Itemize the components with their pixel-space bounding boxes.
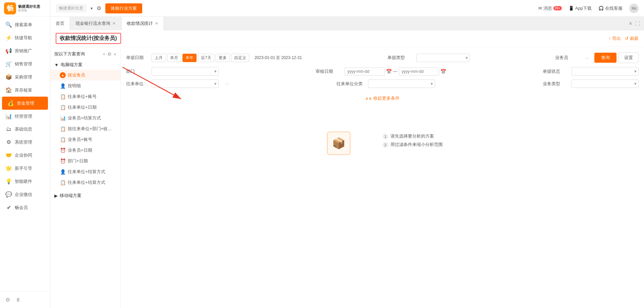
message-badge: 99+ [553, 6, 562, 10]
app-download-button[interactable]: 📱 App下载 [569, 5, 592, 11]
tree-item-salesperson-account[interactable]: 📋 业务员+账号 [50, 134, 120, 145]
tree-item-counterpart-settle2[interactable]: 📋 往来单位+结算方式 [50, 177, 120, 188]
search-button[interactable]: 查询 [594, 53, 616, 63]
phone-icon: 📱 [569, 6, 574, 11]
topbar-gear-icon[interactable]: ⚙ [97, 5, 101, 11]
finance-icon: 💰 [7, 100, 14, 106]
panel-settings-icon[interactable]: ⚙ [107, 51, 112, 57]
sidebar-item-guide[interactable]: 🌟 新手引导 [0, 162, 50, 175]
sidebar-item-wechat[interactable]: 💬 企业微信 [0, 188, 50, 201]
date-btn-this-month[interactable]: 本月 [167, 54, 181, 62]
date-btn-custom[interactable]: 自定义 [231, 54, 249, 62]
export-icon: ↑ [609, 36, 611, 41]
counterpart-select-wrap [152, 80, 219, 88]
tree-item-counterpart-date[interactable]: 📋 往来单位+日期 [50, 102, 120, 113]
tree-item-counterpart-dept[interactable]: 📋 按往来单位+部门+收... [50, 123, 120, 134]
topbar: 畅捷通好生意 ▾ ⚙ 体验行业方案 ✉ 消息 99+ 📱 App下载 🎧 在线客… [50, 0, 644, 17]
biz-type-select[interactable] [572, 80, 639, 88]
bottom-collapse-icon[interactable]: ⏸ [15, 297, 21, 303]
salesperson-dots: ··· [585, 55, 589, 60]
counterpart-dots: ··· [225, 81, 229, 86]
mobile-section-header[interactable]: ▶ 移动端方案 [50, 191, 120, 201]
tree-item-dept-date[interactable]: ⏰ 部门+日期 [50, 156, 120, 166]
sidebar-item-finance[interactable]: 💰 资金管理 [2, 97, 48, 110]
bottom-settings-icon[interactable]: ⚙ [5, 297, 10, 303]
review-date-start[interactable] [344, 67, 385, 75]
message-icon: ✉ [538, 6, 542, 11]
date-btn-more[interactable]: 更多 [216, 54, 230, 62]
online-service-button[interactable]: 🎧 在线客服 [598, 5, 623, 11]
filter-row-3: 往来单位 ··· 往来单位分类 业务类型 [126, 80, 639, 88]
sidebar-item-operation[interactable]: 📊 经营管理 [0, 110, 50, 123]
page-header-actions: ↑ 导出 ↺ 刷新 [609, 36, 639, 42]
person-icon: 👤 [60, 83, 66, 89]
date-btn-last-month[interactable]: 上月 [152, 54, 166, 62]
topbar-dropdown-icon[interactable]: ▾ [91, 6, 93, 11]
message-button[interactable]: ✉ 消息 99+ [538, 5, 562, 11]
date-btn-this-year[interactable]: 本年 [182, 54, 197, 62]
tab-bank-flow[interactable]: 现金银行流水查询 ✕ [70, 17, 121, 30]
sidebar-item-hardware[interactable]: 💡 智能硬件 [0, 175, 50, 188]
refresh-button[interactable]: ↺ 刷新 [625, 36, 639, 42]
sidebar-item-enterprise[interactable]: 🤝 企业协同 [0, 149, 50, 162]
clock-icon-2: ⏰ [60, 158, 66, 164]
tab-home[interactable]: 首页 [50, 17, 70, 30]
date-btn-last-7days[interactable]: 近7天 [198, 54, 214, 62]
collapse-bar[interactable]: ∧∧ 收起更多条件 [126, 92, 639, 105]
sidebar-item-search[interactable]: 🔍 搜索菜单 [0, 18, 50, 31]
tab-bar-right: ✕ ⛶ [629, 21, 644, 26]
doc-status-select[interactable] [572, 67, 639, 75]
sidebar-item-purchase[interactable]: 📦 采购管理 [0, 70, 50, 84]
sidebar-item-quick-nav[interactable]: ⚡ 快捷导航 [0, 31, 50, 44]
counterpart-category-select[interactable] [368, 80, 435, 88]
marketing-icon: 📢 [5, 48, 12, 54]
review-date-end[interactable] [399, 67, 439, 75]
sidebar-item-marketing[interactable]: 📢 营销推广 [0, 44, 50, 57]
doc-icon-3: 📋 [60, 126, 66, 132]
sidebar-item-system[interactable]: ⚙ 系统管理 [0, 136, 50, 149]
empty-illustration: 📦 [322, 125, 362, 158]
panel-add-icon[interactable]: + [103, 51, 105, 57]
dept-select[interactable] [152, 67, 219, 75]
sidebar-item-sales[interactable]: 🛒 销售管理 [0, 57, 50, 70]
trial-button[interactable]: 体验行业方案 [105, 3, 142, 13]
tab-bank-flow-close[interactable]: ✕ [112, 21, 116, 26]
tree-item-salesperson-settle[interactable]: 📊 业务员+结算方式 [50, 113, 120, 123]
basic-icon: 🗂 [5, 126, 12, 132]
tab-close-all-icon[interactable]: ✕ [629, 21, 633, 26]
tree-item-by-salesperson[interactable]: ● 按业务员 [50, 70, 120, 81]
sidebar-item-member[interactable]: ✔ 畅会员 [0, 201, 50, 214]
empty-state: 📦 1 请先选择要分析的方案 2 用过滤条件来缩小分析范围 [126, 105, 639, 178]
tree-item-counterpart-settle1[interactable]: 👤 往来单位+结算方式 [50, 166, 120, 177]
review-date-inputs: 📅 — 📅 [344, 67, 446, 75]
date-buttons: 上月 本月 本年 近7天 更多 自定义 [152, 54, 249, 62]
tab-collection-stat-close[interactable]: ✕ [155, 21, 158, 26]
desktop-section-header[interactable]: ▼ 电脑端方案 [50, 60, 120, 70]
tab-collection-stat[interactable]: 收款情况统计 ✕ [121, 17, 164, 30]
salesperson-label: 业务员 [555, 55, 579, 61]
tree-item-salesperson-date[interactable]: ⏰ 业务员+日期 [50, 145, 120, 156]
logo-area: 畅 畅捷通好生意 标准版 [0, 0, 50, 17]
chart-icon: 📊 [60, 115, 66, 121]
doc-type-select[interactable] [416, 54, 470, 62]
doc-icon-2: 📋 [60, 105, 66, 110]
tree-item-by-detail[interactable]: 👤 按明细 [50, 81, 120, 91]
quick-nav-icon: ⚡ [5, 35, 12, 41]
sidebar-item-basic[interactable]: 🗂 基础信息 [0, 123, 50, 136]
filter-row-2: 部门 审核日期 📅 — 📅 单据状态 [126, 67, 639, 75]
sidebar-item-inventory[interactable]: 🏠 库存核算 [0, 84, 50, 97]
doc-icon-1: 📋 [60, 94, 66, 99]
panel-collapse-icon[interactable]: « [114, 51, 116, 57]
system-icon: ⚙ [5, 139, 12, 145]
counterpart-select[interactable] [152, 80, 219, 88]
biz-type-label: 业务类型 [543, 81, 566, 87]
right-panel: 单据日期 上月 本月 本年 近7天 更多 自定义 2023-01-01 至 20… [121, 47, 644, 308]
export-button[interactable]: ↑ 导出 [609, 36, 621, 42]
user-avatar[interactable]: Rit [629, 4, 639, 13]
tree-expand-icon: ▶ [54, 193, 58, 198]
purchase-icon: 📦 [5, 74, 12, 80]
tree-item-counterpart-account[interactable]: 📋 往来单位+账号 [50, 91, 120, 102]
tab-expand-icon[interactable]: ⛶ [635, 21, 640, 26]
enterprise-icon: 🤝 [5, 152, 12, 158]
settings-button[interactable]: 设置 [619, 52, 639, 63]
